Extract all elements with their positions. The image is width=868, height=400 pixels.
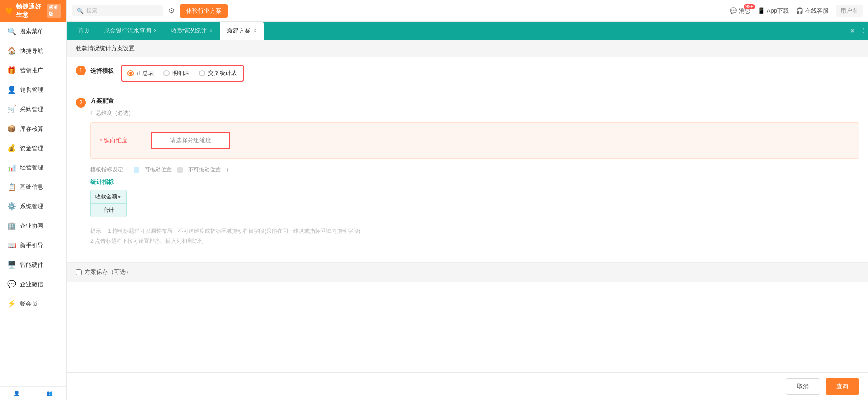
sidebar-item-label: 畅会员 (20, 300, 38, 308)
tabs-actions: ✕ ⛶ (850, 28, 864, 34)
tab-cashflow-close[interactable]: × (154, 28, 157, 34)
step1-content: 选择模板 汇总表 明细表 (90, 65, 859, 82)
sidebar-item-label: 企业协同 (20, 222, 43, 230)
sidebar-item-system[interactable]: ⚙️ 系统管理 (0, 197, 66, 216)
enterprise-icon: 🏢 (7, 221, 16, 230)
sidebar-item-label: 基础信息 (20, 183, 43, 191)
message-btn[interactable]: 💬 消息 99+ (730, 7, 750, 15)
marketing-icon: 🎁 (7, 66, 16, 75)
step2-title: 方案配置 (90, 97, 859, 105)
tab-collection-label: 收款情况统计 (171, 27, 207, 35)
download-icon: 📱 (758, 7, 765, 14)
page-title: 收款情况统计方案设置 (67, 40, 868, 57)
purchase-icon: 🛒 (7, 105, 16, 113)
metrics-close-paren: ） (226, 166, 231, 174)
sidebar-item-finance[interactable]: 💰 资金管理 (0, 138, 66, 158)
tab-home[interactable]: 首页 (71, 22, 97, 40)
step2-number: 2 (76, 98, 86, 108)
sidebar-item-enterprise[interactable]: 🏢 企业协同 (0, 216, 66, 235)
radio-cross-label: 交叉统计表 (208, 69, 237, 77)
tab-home-label: 首页 (78, 27, 90, 35)
radio-detail-circle (163, 70, 170, 76)
tab-collection-close[interactable]: × (209, 28, 212, 34)
sidebar-item-wechat[interactable]: 💬 企业微信 (0, 274, 66, 294)
tab-new-plan-label: 新建方案 (227, 27, 250, 35)
service-icon: 🎧 (796, 7, 803, 14)
radio-summary-label: 汇总表 (137, 69, 154, 77)
logo-text: 畅捷通好生意 (16, 3, 44, 19)
metric-chevron-icon[interactable]: ▼ (117, 194, 122, 199)
tab-collection[interactable]: 收款情况统计 × (164, 22, 220, 40)
step2-content: 方案配置 汇总维度（必选） * 纵向维度 —— 请选择分组维度 (90, 97, 859, 246)
content-area: 收款情况统计方案设置 1 选择模板 汇总表 (67, 40, 868, 372)
tab-new-plan-close[interactable]: × (253, 28, 256, 34)
close-all-icon[interactable]: ✕ (850, 28, 855, 34)
sidebar-item-basic-info[interactable]: 📋 基础信息 (0, 177, 66, 197)
newbie-icon: 📖 (7, 241, 16, 249)
sidebar-item-sales[interactable]: 👤 销售管理 (0, 80, 66, 99)
user-info[interactable]: 用户名 (836, 5, 863, 17)
step2: 2 方案配置 汇总维度（必选） * 纵向维度 —— 请选择分组维度 (76, 97, 859, 246)
dimension-arrow: —— (133, 137, 146, 144)
sidebar-item-smart-hw[interactable]: 🖥️ 智能硬件 (0, 255, 66, 274)
sidebar-item-quick-nav[interactable]: 🏠 快捷导航 (0, 41, 66, 61)
download-btn[interactable]: 📱 App下载 (758, 7, 789, 15)
wechat-icon: 💬 (7, 280, 16, 288)
sidebar-item-label: 资金管理 (20, 144, 43, 152)
trial-btn[interactable]: 体验行业方案 (180, 4, 228, 18)
service-btn[interactable]: 🎧 在线客服 (796, 7, 829, 15)
main-section: 1 选择模板 汇总表 明细表 (67, 57, 868, 262)
tab-bar: 首页 现金银行流水查询 × 收款情况统计 × 新建方案 × ✕ ⛶ (67, 22, 868, 40)
main-area: 🔍 搜索 ⚙ 体验行业方案 💬 消息 99+ 📱 App下载 🎧 在线客服 用户… (67, 0, 868, 400)
topbar: 🔍 搜索 ⚙ 体验行业方案 💬 消息 99+ 📱 App下载 🎧 在线客服 用户… (67, 0, 868, 22)
content-inner: 收款情况统计方案设置 1 选择模板 汇总表 (67, 40, 868, 372)
sidebar-item-purchase[interactable]: 🛒 采购管理 (0, 99, 66, 119)
sidebar-item-label: 智能硬件 (20, 261, 43, 269)
sidebar-item-label: 企业微信 (20, 280, 43, 288)
tab-cashflow[interactable]: 现金银行流水查询 × (97, 22, 164, 40)
tips-section: 提示： 1.拖动标题栏可以调整布局，不可跨维度或指标区域拖动栏目字段(只能在同一… (90, 226, 859, 246)
sidebar-item-search-menu[interactable]: 🔍 搜索菜单 (0, 22, 66, 41)
download-label: App下载 (767, 7, 789, 15)
sidebar-item-newbie[interactable]: 📖 新手引导 (0, 235, 66, 255)
tab-new-plan[interactable]: 新建方案 × (220, 22, 264, 40)
save-checkbox[interactable] (76, 269, 82, 275)
sidebar-item-operations[interactable]: 📊 经营管理 (0, 158, 66, 177)
logo-icon: 🧡 (5, 7, 13, 14)
metric-card-title: 收款金额 (95, 193, 117, 201)
tab-cashflow-label: 现金银行流水查询 (104, 27, 151, 35)
sidebar-avatar1[interactable]: 👤 (14, 391, 20, 396)
sidebar-avatar2[interactable]: 👥 (47, 391, 53, 396)
radio-summary[interactable]: 汇总表 (127, 69, 154, 77)
expand-icon[interactable]: ⛶ (859, 28, 864, 34)
sidebar-item-member[interactable]: ⚡ 畅会员 (0, 294, 66, 313)
dimension-selector[interactable]: 请选择分组维度 (151, 132, 230, 149)
sidebar-item-inventory[interactable]: 📦 库存核算 (0, 119, 66, 138)
logo-badge: 标准版 (47, 4, 61, 18)
tips-line1: 提示： 1.拖动标题栏可以调整布局，不可跨维度或指标区域拖动栏目字段(只能在同一… (90, 226, 859, 236)
draggable-badge (134, 167, 139, 173)
tips-line2: 2.点击标题栏下拉可设置排序、插入列和删除列 (90, 236, 859, 246)
settings-icon[interactable]: ⚙ (168, 6, 175, 15)
sidebar-item-marketing[interactable]: 🎁 营销推广 (0, 61, 66, 80)
metrics-header: 模板指标设定（ 可拖动位置 不可拖动位置 ） (90, 166, 859, 174)
query-button[interactable]: 查询 (826, 378, 859, 395)
fixed-badge (177, 167, 183, 173)
sidebar-logo: 🧡 畅捷通好生意 标准版 (0, 0, 66, 22)
action-bar: 取消 查询 (67, 372, 868, 400)
cancel-button[interactable]: 取消 (786, 378, 820, 395)
member-icon: ⚡ (7, 299, 16, 308)
metric-card: 收款金额 ▼ 合计 (90, 190, 127, 217)
radio-cross[interactable]: 交叉统计表 (199, 69, 237, 77)
topbar-search[interactable]: 🔍 搜索 (72, 5, 163, 16)
metrics-settings-label: 模板指标设定（ (90, 166, 128, 174)
sidebar-item-label: 搜索菜单 (20, 28, 43, 36)
fixed-label: 不可拖动位置 (188, 166, 221, 174)
sidebar-item-label: 营销推广 (20, 66, 43, 75)
step1: 1 选择模板 汇总表 明细表 (76, 65, 859, 82)
radio-detail[interactable]: 明细表 (163, 69, 190, 77)
save-checkbox-label[interactable]: 方案保存（可选） (85, 268, 132, 276)
service-label: 在线客服 (805, 7, 829, 15)
user-placeholder: 用户名 (840, 7, 858, 14)
metric-card-header[interactable]: 收款金额 ▼ (91, 190, 126, 204)
